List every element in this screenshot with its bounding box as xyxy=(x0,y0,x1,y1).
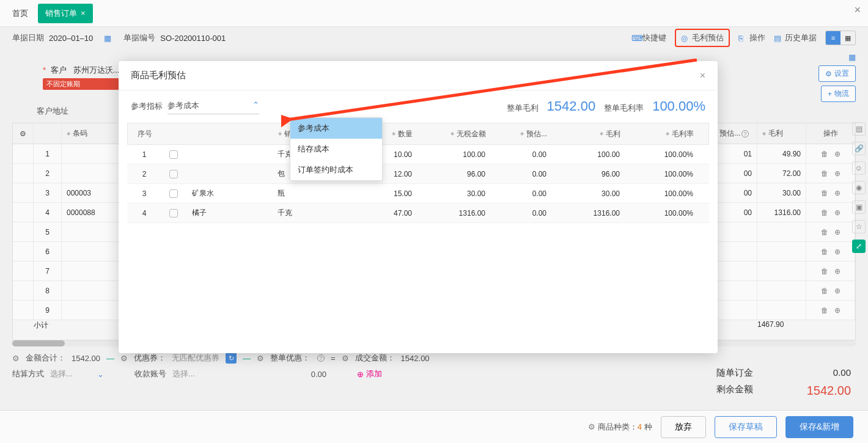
checkbox[interactable] xyxy=(169,189,178,198)
checkbox[interactable] xyxy=(169,170,178,178)
total-profit-label: 整单毛利 xyxy=(507,103,539,114)
checkbox[interactable] xyxy=(169,150,178,159)
dropdown-option[interactable]: 订单签约时成本 xyxy=(290,159,382,180)
col-seq: 序号 xyxy=(128,123,162,144)
modal-row[interactable]: 1千克10.00100.000.00100.00100.00% xyxy=(127,145,709,164)
modal-table: 序号 ◆销售单位 ◆数量 ◆无税金额 ◆预估... ◆毛利 ◆毛利率 1千克10… xyxy=(127,123,709,223)
filter-dropdown: 参考成本 结存成本 订单签约时成本 xyxy=(290,117,383,181)
col-qty[interactable]: 数量 xyxy=(398,129,413,139)
dropdown-option[interactable]: 结存成本 xyxy=(290,139,382,159)
modal-table-header: 序号 ◆销售单位 ◆数量 ◆无税金额 ◆预估... ◆毛利 ◆毛利率 xyxy=(127,123,709,145)
col-amt[interactable]: 无税金额 xyxy=(457,129,486,139)
modal-header: 商品毛利预估 × xyxy=(119,61,718,90)
filter-value: 参考成本 xyxy=(167,100,199,111)
modal-close-icon[interactable]: × xyxy=(700,70,705,81)
chevron-up-icon: ⌃ xyxy=(252,100,259,111)
modal-filter-row: 参考指标 参考成本 ⌃ 整单毛利 1542.00 整单毛利率 100.00% 参… xyxy=(119,90,718,118)
col-profit[interactable]: 毛利 xyxy=(606,129,620,139)
total-profit-value: 1542.00 xyxy=(547,98,596,114)
dropdown-option[interactable]: 参考成本 xyxy=(290,118,382,139)
profit-modal: 商品毛利预估 × 参考指标 参考成本 ⌃ 整单毛利 1542.00 整单毛利率 … xyxy=(119,61,718,353)
col-est[interactable]: 预估... xyxy=(526,129,547,139)
modal-row[interactable]: 2包12.0096.000.0096.00100.00% xyxy=(127,164,709,184)
modal-row[interactable]: 3矿泉水瓶15.0030.000.0030.00100.00% xyxy=(127,184,709,203)
total-rate-label: 整单毛利率 xyxy=(604,103,644,114)
col-rate[interactable]: 毛利率 xyxy=(672,129,694,139)
total-rate-value: 100.00% xyxy=(652,98,705,114)
filter-select[interactable]: 参考成本 ⌃ xyxy=(167,98,259,114)
modal-title: 商品毛利预估 xyxy=(131,70,186,81)
checkbox[interactable] xyxy=(169,209,178,218)
modal-row[interactable]: 4橘子千克47.001316.000.001316.00100.00% xyxy=(127,203,709,223)
filter-label: 参考指标 xyxy=(131,101,163,112)
